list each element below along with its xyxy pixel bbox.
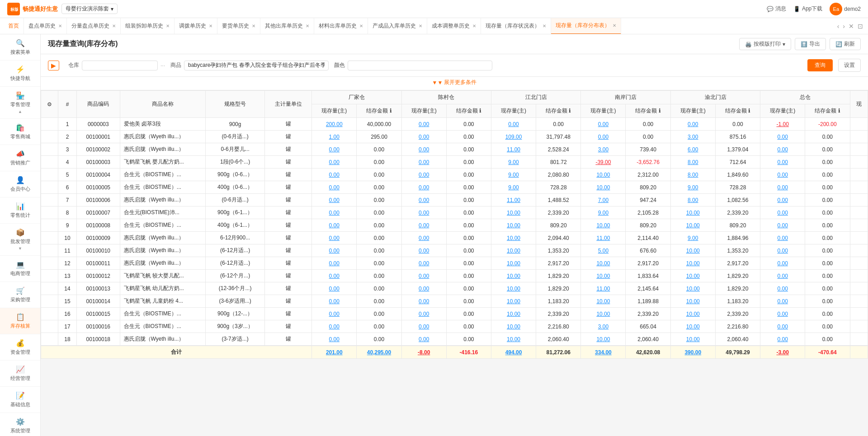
row-tot-qty[interactable]: -1.00 <box>760 118 805 131</box>
row-tot-qty[interactable]: 0.00 <box>760 333 805 346</box>
row-tot-qty[interactable]: 0.00 <box>760 320 805 333</box>
sidebar-item-nav[interactable]: ⚡ 快捷导航 <box>0 61 40 87</box>
close-icon[interactable]: ✕ <box>359 23 363 28</box>
print-btn[interactable]: 🖨️ 按模版打印 ▾ <box>739 38 791 50</box>
row-w5-qty[interactable]: 10.00 <box>670 295 715 308</box>
close-icon[interactable]: ✕ <box>419 23 422 28</box>
footer-w2-qty[interactable]: -8.00 <box>401 346 446 359</box>
row-w5-qty[interactable]: 10.00 <box>670 206 715 219</box>
row-w4-qty[interactable]: 3.00 <box>581 143 626 156</box>
warehouse-input[interactable] <box>82 61 158 70</box>
footer-tot-qty[interactable]: -3.00 <box>760 346 805 359</box>
row-w1-qty[interactable]: 0.00 <box>312 320 357 333</box>
row-tot-qty[interactable]: 0.00 <box>760 270 805 282</box>
row-w1-qty[interactable]: 0.00 <box>312 333 357 346</box>
message-btn[interactable]: 💬 消息 <box>767 5 786 13</box>
close-icon[interactable]: ✕ <box>112 23 116 28</box>
row-w3-qty[interactable]: 10.00 <box>491 333 536 346</box>
row-tot-qty[interactable]: 0.00 <box>760 295 805 308</box>
close-icon[interactable]: ✕ <box>306 23 309 28</box>
sidebar-item-system[interactable]: ⚙️ 系统管理 <box>0 413 40 436</box>
row-w3-qty[interactable]: 10.00 <box>491 320 536 333</box>
row-w2-qty[interactable]: 0.00 <box>401 308 446 320</box>
row-w2-qty[interactable]: 0.00 <box>401 181 446 194</box>
row-w5-qty[interactable]: 10.00 <box>670 308 715 320</box>
tab-home[interactable]: 首页 <box>4 18 24 34</box>
row-w4-qty[interactable]: 0.00 <box>581 131 626 143</box>
row-w5-qty[interactable]: 8.00 <box>670 194 715 206</box>
row-w2-qty[interactable]: 0.00 <box>401 194 446 206</box>
tab-close-all-icon[interactable]: ✕ <box>847 23 855 30</box>
row-tot-qty[interactable]: 0.00 <box>760 282 805 295</box>
row-w2-qty[interactable]: 0.00 <box>401 270 446 282</box>
row-w3-qty[interactable]: 10.00 <box>491 295 536 308</box>
row-w4-qty[interactable]: 3.00 <box>581 320 626 333</box>
row-w1-qty[interactable]: 0.00 <box>312 181 357 194</box>
setting-btn[interactable]: 设置 <box>838 59 861 72</box>
sidebar-item-basic[interactable]: 📝 基础信息 <box>0 387 40 413</box>
row-w2-qty[interactable]: 0.00 <box>401 295 446 308</box>
row-w3-qty[interactable]: 11.00 <box>491 143 536 156</box>
row-w1-qty[interactable]: 0.00 <box>312 257 357 270</box>
tab-other-out[interactable]: 其他出库单历史 ✕ <box>260 18 314 34</box>
row-w4-qty[interactable]: -39.00 <box>581 156 626 169</box>
user-area[interactable]: Ea demo2 <box>830 3 861 15</box>
row-w5-qty[interactable]: 10.00 <box>670 282 715 295</box>
sidebar-item-retail-stats[interactable]: 📊 零售统计 <box>0 197 40 224</box>
goods-input[interactable] <box>184 61 329 70</box>
row-w5-qty[interactable]: 8.00 <box>670 156 715 169</box>
row-w3-qty[interactable]: 10.00 <box>491 232 536 244</box>
row-w2-qty[interactable]: 0.00 <box>401 156 446 169</box>
industry-selector[interactable]: 母婴行业演示陈套 ▾ <box>61 4 118 14</box>
row-w5-qty[interactable]: 10.00 <box>670 219 715 232</box>
row-w3-qty[interactable]: 0.00 <box>491 118 536 131</box>
tab-inventory-count[interactable]: 盘点单历史 ✕ <box>24 18 67 34</box>
row-tot-qty[interactable]: 0.00 <box>760 232 805 244</box>
row-w3-qty[interactable]: 9.00 <box>491 156 536 169</box>
row-w3-qty[interactable]: 10.00 <box>491 282 536 295</box>
sidebar-item-ecommerce[interactable]: 💻 电商管理 <box>0 256 40 282</box>
tab-stock-distribution[interactable]: 现存量（库存分布表） ✕ <box>551 18 621 34</box>
row-w1-qty[interactable]: 0.00 <box>312 232 357 244</box>
row-w4-qty[interactable]: 10.00 <box>581 270 626 282</box>
row-tot-qty[interactable]: 0.00 <box>760 308 805 320</box>
tab-assembly[interactable]: 组装拆卸单历史 ✕ <box>121 18 175 34</box>
footer-w4-qty[interactable]: 334.00 <box>581 346 626 359</box>
row-w1-qty[interactable]: 0.00 <box>312 270 357 282</box>
sidebar-item-search[interactable]: 🔍 搜索英单 <box>0 34 40 61</box>
row-w5-qty[interactable]: 10.00 <box>670 244 715 257</box>
row-w2-qty[interactable]: 0.00 <box>401 257 446 270</box>
row-w3-qty[interactable]: 10.00 <box>491 257 536 270</box>
row-tot-qty[interactable]: 0.00 <box>760 219 805 232</box>
tab-transfer[interactable]: 调拨单历史 ✕ <box>175 18 217 34</box>
query-btn[interactable]: 查询 <box>807 59 833 71</box>
row-w3-qty[interactable]: 11.00 <box>491 194 536 206</box>
sidebar-item-member[interactable]: 👤 会员中心 <box>0 171 40 197</box>
row-w4-qty[interactable]: 10.00 <box>581 169 626 181</box>
row-w4-qty[interactable]: 10.00 <box>581 333 626 346</box>
export-btn[interactable]: ⬆️ 导出 <box>795 38 826 50</box>
row-tot-qty[interactable]: 0.00 <box>760 244 805 257</box>
row-w1-qty[interactable]: 0.00 <box>312 282 357 295</box>
row-w4-qty[interactable]: 10.00 <box>581 295 626 308</box>
row-w4-qty[interactable]: 10.00 <box>581 181 626 194</box>
expand-arrow-btn[interactable]: ▶ <box>48 61 59 70</box>
row-w3-qty[interactable]: 9.00 <box>491 181 536 194</box>
color-input[interactable] <box>348 61 492 70</box>
row-w3-qty[interactable]: 10.00 <box>491 270 536 282</box>
close-icon[interactable]: ✕ <box>166 23 170 28</box>
row-w3-qty[interactable]: 10.00 <box>491 206 536 219</box>
tab-stock-status[interactable]: 现存量（库存状况表） ✕ <box>481 18 551 34</box>
row-w2-qty[interactable]: 0.00 <box>401 232 446 244</box>
col-settings[interactable]: ⚙ <box>41 91 58 118</box>
row-w5-qty[interactable]: 9.00 <box>670 181 715 194</box>
row-w2-qty[interactable]: 0.00 <box>401 206 446 219</box>
row-w5-qty[interactable]: 3.00 <box>670 131 715 143</box>
expand-more-btn[interactable]: ▼▼ 展开更多条件 <box>432 79 477 86</box>
close-icon[interactable]: ✕ <box>542 23 546 28</box>
row-w2-qty[interactable]: 0.00 <box>401 219 446 232</box>
row-w1-qty[interactable]: 0.00 <box>312 244 357 257</box>
row-w1-qty[interactable]: 0.00 <box>312 219 357 232</box>
row-w3-qty[interactable]: 10.00 <box>491 308 536 320</box>
tab-product-in[interactable]: 产成品入库单历史 ✕ <box>368 18 427 34</box>
